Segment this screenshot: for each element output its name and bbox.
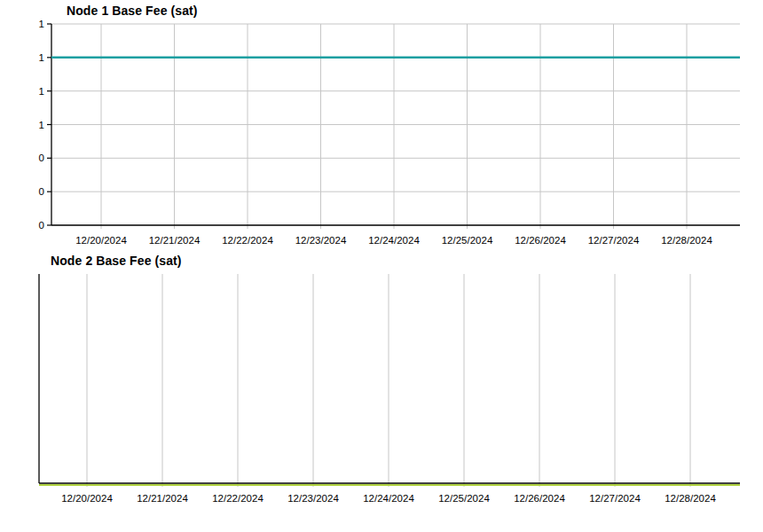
node1-y-tick-label: 0 bbox=[39, 220, 44, 231]
node1-y-tick-label: 1 bbox=[39, 86, 44, 97]
dual-chart-panel: Node 1 Base Fee (sat) Node 2 Base Fee (s… bbox=[0, 0, 763, 532]
node1-x-tick-label: 12/23/2024 bbox=[295, 235, 347, 246]
node1-y-tick-label: 1 bbox=[39, 52, 44, 63]
node1-x-tick-label: 12/28/2024 bbox=[661, 235, 712, 246]
node1-x-tick-label: 12/21/2024 bbox=[149, 235, 201, 246]
node1-y-tick-label: 1 bbox=[39, 120, 44, 130]
node1-y-tick-label: 1 bbox=[39, 19, 44, 29]
node1-y-tick-label: 0 bbox=[39, 186, 44, 197]
node2-x-tick-label: 12/28/2024 bbox=[665, 493, 716, 504]
node1-x-tick-label: 12/22/2024 bbox=[222, 235, 273, 246]
node1-x-tick-label: 12/25/2024 bbox=[442, 235, 493, 246]
node1-y-tick-label: 0 bbox=[39, 153, 44, 163]
node1-x-tick-label: 12/27/2024 bbox=[588, 235, 640, 246]
node2-x-tick-label: 12/26/2024 bbox=[514, 493, 565, 504]
node2-x-tick-label: 12/22/2024 bbox=[212, 493, 264, 504]
node2-x-tick-label: 12/24/2024 bbox=[363, 493, 414, 504]
node2-x-tick-label: 12/27/2024 bbox=[589, 493, 641, 504]
node2-x-tick-label: 12/21/2024 bbox=[137, 493, 188, 504]
node2-x-tick-label: 12/20/2024 bbox=[61, 493, 113, 504]
node1-x-tick-label: 12/26/2024 bbox=[515, 235, 566, 246]
charts-canvas: 111100012/20/202412/21/202412/22/202412/… bbox=[0, 0, 763, 532]
node1-x-tick-label: 12/24/2024 bbox=[368, 235, 420, 246]
node2-x-tick-label: 12/25/2024 bbox=[438, 493, 490, 504]
node1-x-tick-label: 12/20/2024 bbox=[75, 235, 127, 246]
node2-x-tick-label: 12/23/2024 bbox=[287, 493, 339, 504]
